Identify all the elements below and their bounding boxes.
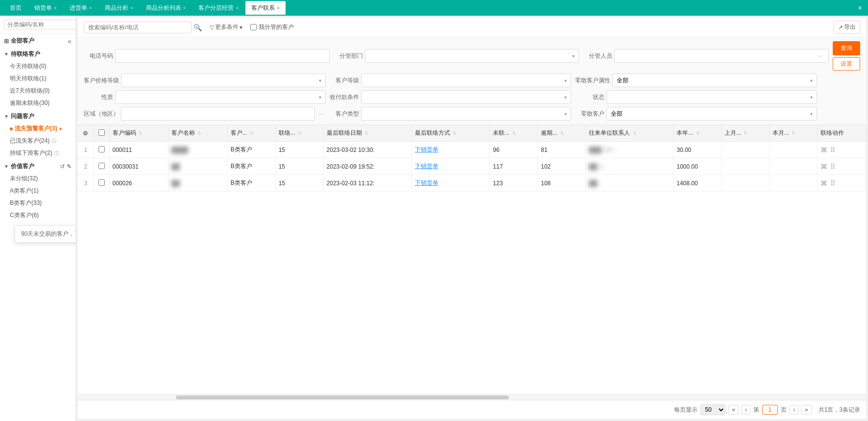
first-page-btn[interactable]: « — [728, 405, 739, 415]
filter-search-icon[interactable]: 🔍 — [193, 24, 202, 31]
filter-search-input[interactable] — [84, 22, 192, 33]
col-this-year[interactable]: 本年... ⇅ — [674, 125, 722, 142]
row-last-method-2[interactable]: 下销货单 — [411, 175, 490, 192]
sidebar-all-customers[interactable]: ⊞ 全部客户 « — [0, 34, 75, 48]
filter-dots-person[interactable]: ··· — [816, 52, 824, 59]
page-size-select[interactable]: 50 100 — [700, 404, 725, 415]
action-contact-icon-1[interactable]: ⌘ — [820, 163, 827, 171]
sidebar-search-input[interactable] — [4, 20, 76, 29]
filter-select-nature[interactable]: ▾ — [115, 90, 326, 104]
sidebar-group-problem-title[interactable]: ▼ 问题客户 — [0, 110, 75, 123]
filter-select-customer-type[interactable]: ▾ — [361, 107, 572, 121]
next-page-btn[interactable]: › — [790, 405, 798, 415]
col-this-month[interactable]: 本月... ⇅ — [770, 125, 818, 142]
tab-customer-segment[interactable]: 客户分层经营 × — [193, 1, 244, 15]
more-conditions-btn[interactable]: ▽ 更多条件 ▾ — [206, 21, 246, 33]
filter-select-retail-customer[interactable]: 全部 ▾ — [606, 107, 817, 121]
sidebar-item-declining[interactable]: 持续下滑客户(2) ⓘ — [0, 147, 75, 159]
filter-input-region[interactable] — [121, 107, 315, 121]
sidebar-item-today[interactable]: 今天待联络(0) — [0, 60, 75, 73]
sidebar-item-ungraded[interactable]: 未分组(32) — [0, 173, 75, 185]
col-not-contacted[interactable]: 未联... ⇅ — [490, 125, 538, 142]
filter-input-phone[interactable] — [115, 49, 330, 63]
prev-page-btn[interactable]: ‹ — [742, 405, 750, 415]
action-more-icon-1[interactable]: ⠿ — [830, 163, 835, 171]
row-checkbox-0[interactable] — [94, 142, 109, 158]
action-more-icon-0[interactable]: ⠿ — [830, 146, 835, 154]
close-customer-segment-tab[interactable]: × — [236, 5, 239, 11]
row-check-2[interactable] — [98, 179, 105, 186]
sidebar-item-class-a[interactable]: A类客户(1) — [0, 185, 75, 197]
row-checkbox-2[interactable] — [94, 175, 109, 192]
sidebar-item-overdue[interactable]: 逾期未联络(30) — [0, 97, 75, 109]
filter-select-dept[interactable]: ▾ — [365, 49, 579, 63]
col-overdue[interactable]: 逾期... ⇅ — [538, 125, 586, 142]
filter-select-retail-attr[interactable]: 全部 ▾ — [612, 74, 817, 87]
col-customer-name[interactable]: 客户名称 ⇅ — [169, 125, 228, 142]
col-checkbox[interactable] — [94, 125, 109, 142]
edit-icon[interactable]: ✎ — [67, 163, 72, 170]
my-customers-checkbox[interactable] — [250, 24, 257, 30]
row-last-method-0[interactable]: 下销货单 — [411, 142, 490, 158]
close-all-tabs[interactable]: × — [856, 2, 864, 14]
settings-btn[interactable]: 设置 — [833, 57, 860, 71]
page-label-after: 页 — [781, 406, 787, 414]
close-customer-contact-tab[interactable]: × — [277, 5, 280, 11]
row-num-2: 3 — [78, 175, 94, 192]
filter-select-status[interactable]: ▾ — [606, 90, 817, 104]
row-checkbox-1[interactable] — [94, 158, 109, 175]
sidebar-item-churn-warning[interactable]: 流失预警客户(3) ● — [0, 123, 75, 135]
row-action-0: ⌘ ⠿ — [817, 142, 866, 158]
tab-customer-contact[interactable]: 客户联系 × — [245, 1, 286, 15]
sidebar-group-value: ▼ 价值客户 ↺ ✎ 未分组(32) A类客户(1) B类客户(33) C类客户… — [0, 160, 75, 222]
sidebar-item-class-c[interactable]: C类客户(6) — [0, 209, 75, 222]
filter-label-nature: 性质 — [84, 93, 113, 101]
tab-home[interactable]: 首页 — [4, 1, 27, 15]
sidebar-group-value-title[interactable]: ▼ 价值客户 ↺ ✎ — [0, 160, 75, 173]
refresh-icon[interactable]: ↺ — [60, 163, 65, 170]
action-contact-icon-2[interactable]: ⌘ — [820, 179, 827, 187]
sidebar-group-pending-title[interactable]: ▼ 待联络客户 — [0, 48, 75, 60]
filter-select-grade[interactable]: ▾ — [361, 74, 572, 87]
col-last-contact-method[interactable]: 最后联络方式 ⇅ — [411, 125, 490, 142]
close-purchase-tab[interactable]: × — [89, 5, 92, 11]
tab-sales[interactable]: 销货单 × — [28, 1, 63, 15]
col-contact-person[interactable]: 往来单位联系人 ⇅ — [586, 125, 674, 142]
col-last-contact-date[interactable]: 最后联络日期 ⇅ — [323, 125, 411, 142]
last-page-btn[interactable]: » — [801, 405, 812, 415]
col-last-month[interactable]: 上月... ⇅ — [722, 125, 770, 142]
sidebar-item-class-b[interactable]: B类客户(33) — [0, 197, 75, 209]
filter-select-person[interactable]: ··· — [614, 49, 829, 63]
tab-goods-analysis-list[interactable]: 商品分析列表 × — [140, 1, 192, 15]
close-sales-tab[interactable]: × — [54, 5, 57, 11]
tab-goods-analysis[interactable]: 商品分析 × — [99, 1, 139, 15]
sidebar-item-tomorrow[interactable]: 明天待联络(1) — [0, 73, 75, 85]
col-settings[interactable]: ⚙ — [78, 125, 94, 142]
my-customers-checkbox-label[interactable]: 我分管的客户 — [250, 23, 294, 31]
sidebar-collapse-btn[interactable]: « — [68, 37, 72, 45]
sidebar-item-7days[interactable]: 近7天待联络(0) — [0, 85, 75, 97]
row-last-method-1[interactable]: 下销货单 — [411, 158, 490, 175]
filter-select-payment[interactable]: ▾ — [361, 90, 572, 104]
col-customer-type[interactable]: 客户... ⇅ — [227, 125, 275, 142]
col-customer-code[interactable]: 客户编码 ⇅ — [109, 125, 169, 142]
action-more-icon-2[interactable]: ⠿ — [830, 179, 835, 187]
scroll-bar-area[interactable] — [78, 394, 866, 400]
filter-select-price-grade[interactable]: ▾ — [121, 74, 326, 87]
filter-dots-region[interactable]: ··· — [317, 110, 326, 117]
current-page-input[interactable] — [762, 405, 778, 415]
export-btn[interactable]: ↗ 导出 — [834, 21, 860, 34]
close-goods-analysis-list-tab[interactable]: × — [183, 5, 186, 11]
query-btn[interactable]: 查询 — [833, 41, 860, 55]
horizontal-scrollbar[interactable] — [176, 396, 509, 399]
chevron-down-nature-icon: ▾ — [319, 95, 321, 100]
tab-purchase[interactable]: 进货单 × — [64, 1, 98, 15]
row-check-0[interactable] — [98, 146, 105, 152]
row-check-1[interactable] — [98, 163, 105, 169]
sort-icon-overdue: ⇅ — [560, 131, 564, 136]
action-contact-icon-0[interactable]: ⌘ — [820, 146, 827, 154]
close-goods-analysis-tab[interactable]: × — [130, 5, 133, 11]
col-contact[interactable]: 联络... ⇅ — [275, 125, 323, 142]
sidebar-item-churned[interactable]: 已流失客户(24) ⓘ — [0, 135, 75, 147]
select-all-checkbox[interactable] — [98, 129, 105, 136]
